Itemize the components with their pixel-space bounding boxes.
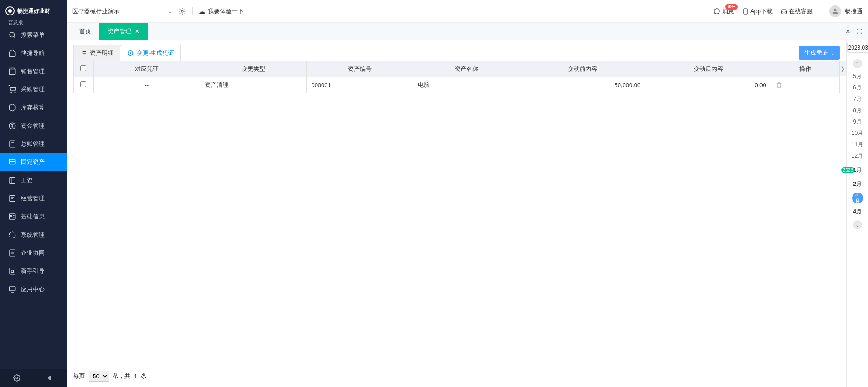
sidebar-item-bag[interactable]: 销售管理 [0,62,67,80]
cell-asset-no: 000001 [307,77,413,93]
sidebar-item-biz[interactable]: 经营管理 [0,189,67,208]
sidebar-item-wallet[interactable]: 资金管理 [0,117,67,135]
chat-icon [713,8,720,15]
sidebar-item-appcenter[interactable]: 应用中心 [0,280,67,298]
month-item[interactable]: 5月 [849,71,866,82]
sub-tab[interactable]: 资产明细 [73,45,120,61]
total-count: 1 [134,373,137,380]
bag-icon [8,67,16,75]
month-item-current[interactable]: 3月 [852,193,863,203]
sidebar-item-info[interactable]: 基础信息 [0,208,67,226]
search-icon [8,31,16,39]
sidebar-item-label: 搜索菜单 [21,31,45,39]
cell-after: 0.00 [645,77,771,93]
svg-point-31 [834,9,836,11]
settings-icon[interactable] [13,374,20,382]
month-item[interactable]: 9月 [849,116,866,128]
generate-voucher-button[interactable]: 生成凭证 ⌄ [799,46,840,60]
nav-list: 搜索菜单快捷导航销售管理采购管理库存核算资金管理总账管理固定资产工资经营管理基础… [0,26,67,369]
prev-months-icon[interactable]: ⌃ [853,59,862,68]
sidebar-item-salary[interactable]: 工资 [0,171,67,189]
tab-label: 首页 [79,27,91,35]
gear-icon[interactable] [179,8,186,15]
month-item[interactable]: 8月 [849,105,866,116]
chevron-down-icon: ⌄ [831,50,834,55]
per-page-suffix: 条，共 [113,372,130,380]
experience-button[interactable]: ☁ 我要体验一下 [199,7,243,15]
month-item[interactable]: 2月 [850,179,864,190]
sidebar-item-label: 工资 [21,176,33,184]
sidebar-item-label: 总账管理 [21,140,45,148]
sidebar-item-guide[interactable]: 新手引导 [0,262,67,280]
next-months-icon[interactable]: ⌄ [853,220,862,229]
svg-point-27 [16,377,18,379]
app-download-button[interactable]: App下载 [742,7,773,15]
row-checkbox[interactable] [80,81,86,87]
page-tab[interactable]: 资产管理✕ [99,23,148,40]
brand-logo: 畅捷通好业财 [0,0,67,22]
ledger-icon [8,140,16,148]
cart-icon [8,85,16,94]
system-icon [8,231,16,239]
tab-label: 资产管理 [108,27,131,35]
month-item[interactable]: 6月 [849,82,866,94]
current-period[interactable]: 2023.03 [847,43,868,53]
phone-icon [742,8,749,15]
sidebar-item-team[interactable]: 企业协同 [0,244,67,262]
brand-edition: 普及版 [0,19,67,26]
user-menu[interactable]: 畅捷通 [829,5,863,17]
sidebar-item-box[interactable]: 库存核算 [0,99,67,117]
col-change-type: 变更类型 [200,61,307,77]
page-tabs: 首页资产管理✕ ✕ [67,23,868,40]
sidebar-item-cart[interactable]: 采购管理 [0,80,67,99]
org-selector[interactable]: 医疗器械行业演示 ⌄ [72,7,172,15]
page-size-select[interactable]: 50 [89,371,109,382]
sidebar-item-asset[interactable]: 固定资产 [0,153,67,171]
chevron-down-icon: ⌄ [168,8,172,15]
messages-badge: 99+ [725,4,738,10]
expand-columns-handle[interactable]: ❯ [840,61,846,76]
sidebar-item-ledger[interactable]: 总账管理 [0,135,67,153]
wallet-icon [8,122,16,130]
month-item[interactable]: 11月 [849,139,866,150]
team-icon [8,249,16,257]
page-tab[interactable]: 首页 [71,23,99,40]
month-item[interactable]: 12月 [849,150,866,162]
close-icon[interactable]: ✕ [135,28,139,35]
month-item[interactable]: 10月 [849,128,866,139]
svg-rect-29 [744,9,747,14]
sidebar-item-label: 企业协同 [21,249,45,257]
avatar-icon [829,5,841,17]
sub-tab[interactable]: 变更·生成凭证 [120,45,181,61]
list-icon [80,50,87,57]
sidebar-item-label: 资金管理 [21,122,45,130]
support-button[interactable]: 在线客服 [781,7,813,15]
col-action: 操作 [771,61,839,77]
svg-point-0 [10,32,15,37]
collapse-icon[interactable] [46,374,54,382]
sidebar-item-home[interactable]: 快捷导航 [0,44,67,62]
month-rail: 2023.03 ⌃ 5月6月7月8月9月10月11月12月 2023 1月 2月… [846,40,868,387]
sidebar-item-system[interactable]: 系统管理 [0,226,67,244]
svg-rect-21 [10,250,15,256]
asset-change-table: 对应凭证 变更类型 资产编号 资产名称 变动前内容 变动后内容 操作 --资产清… [73,61,840,93]
select-all-checkbox[interactable] [80,65,86,71]
sidebar-item-label: 快捷导航 [21,49,45,57]
guide-icon [8,267,16,275]
col-before: 变动前内容 [520,61,645,77]
sidebar-item-label: 采购管理 [21,85,45,94]
sidebar-item-search[interactable]: 搜索菜单 [0,26,67,44]
close-all-tabs-icon[interactable]: ✕ [845,28,851,35]
col-asset-no: 资产编号 [307,61,413,77]
svg-rect-16 [9,214,15,219]
biz-icon [8,194,16,203]
table-row: --资产清理000001电脑50,000.000.00 [74,77,840,93]
asset-icon [8,158,16,166]
messages-button[interactable]: 消息 99+ [713,7,734,15]
month-item[interactable]: 7月 [849,94,866,105]
info-icon [8,213,16,221]
fullscreen-icon[interactable] [856,28,863,35]
year-badge: 2023 [841,167,855,173]
month-item[interactable]: 4月 [850,206,864,218]
delete-icon[interactable] [776,82,835,88]
